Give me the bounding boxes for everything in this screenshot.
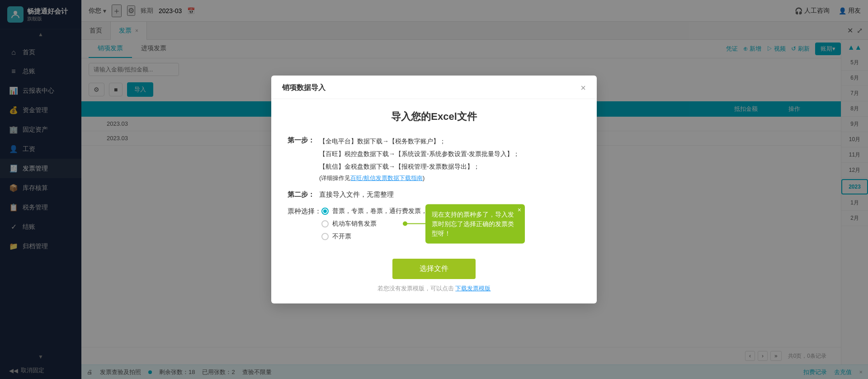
select-file-btn[interactable]: 选择文件 [392,259,476,279]
step1-line3: 【航信】金税盘数据下载→【报税管理-发票数据导出】； [319,161,580,172]
bottom-note-prefix: 若您没有发票模版，可以点击 [377,285,454,292]
tooltip-connector-dot [403,222,407,226]
step2-label: 第二步： [288,190,319,199]
dialog-bottom-note: 若您没有发票模版，可以点击 下载发票模版 [288,284,580,293]
step1-label: 第一步： [288,136,319,145]
tooltip-bubble: × 现在支持的票种多了，导入发票时别忘了选择正确的发票类型呀！ [425,204,525,243]
radio-dot-1 [321,220,329,227]
tooltip-text: 现在支持的票种多了，导入发票时别忘了选择正确的发票类型呀！ [432,210,514,237]
tooltip-close-btn[interactable]: × [518,206,521,213]
radio-dot-2 [321,233,329,240]
ticket-type-section: 票种选择： 普票，专票，卷票，通行费发票，农产品销售发票 机动车销售发票 [288,207,580,241]
step2-content: 直接导入文件，无需整理 [319,190,394,199]
radio-label-1: 机动车销售发票 [332,220,377,228]
import-dialog: 销项数据导入 × 导入您的Excel文件 第一步： 【全电平台】数据下载→【税务… [271,76,597,303]
download-template-link[interactable]: 下载发票模版 [455,285,491,292]
dialog-footer: 选择文件 若您没有发票模版，可以点击 下载发票模版 [271,251,597,303]
dialog-header: 销项数据导入 × [271,76,597,99]
dialog-title: 销项数据导入 [282,83,326,93]
tooltip-area: × 现在支持的票种多了，导入发票时别忘了选择正确的发票类型呀！ [403,204,525,243]
step1-link: (详细操作见百旺/航信发票数据下载指南) [319,174,580,182]
radio-dot-0 [321,208,329,215]
radio-group: 普票，专票，卷票，通行费发票，农产品销售发票 机动车销售发票 × [321,207,472,241]
download-guide-link[interactable]: 百旺/航信发票数据下载指南 [350,175,423,181]
dialog-step1: 第一步： 【全电平台】数据下载→【税务数字账户】； 【百旺】税控盘数据下载→【系… [288,136,580,182]
tooltip-line [403,223,425,224]
step1-line1: 【全电平台】数据下载→【税务数字账户】； [319,136,580,147]
ticket-type-label: 票种选择： [288,207,321,216]
dialog-step2: 第二步： 直接导入文件，无需整理 [288,190,580,199]
step1-content: 【全电平台】数据下载→【税务数字账户】； 【百旺】税控盘数据下载→【系统设置-系… [319,136,580,182]
dialog-body: 导入您的Excel文件 第一步： 【全电平台】数据下载→【税务数字账户】； 【百… [271,99,597,251]
dialog-overlay: 销项数据导入 × 导入您的Excel文件 第一步： 【全电平台】数据下载→【税务… [0,0,868,379]
radio-label-2: 不开票 [332,232,351,241]
dialog-close-btn[interactable]: × [580,83,586,93]
step1-line2: 【百旺】税控盘数据下载→【系统设置-系统参数设置-发票批量导入】； [319,149,580,160]
dialog-main-title: 导入您的Excel文件 [288,110,580,123]
radio-option-1[interactable]: 机动车销售发票 × 现在支持的票种多了，导入发票时别忘了选择正确的发票类型呀！ [321,220,472,228]
